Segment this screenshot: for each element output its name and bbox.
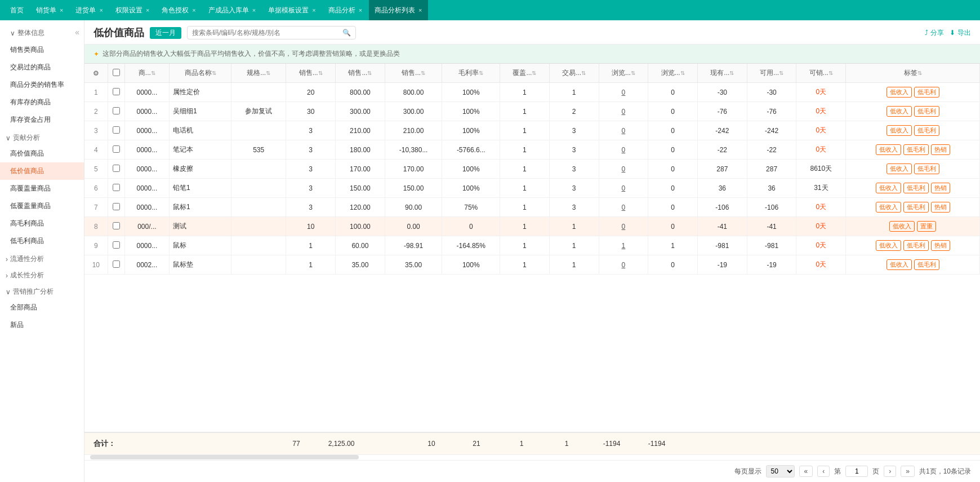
cell-checkbox[interactable] bbox=[108, 160, 124, 179]
nav-sales-order[interactable]: 销货单 × bbox=[30, 0, 69, 20]
row-checkbox[interactable] bbox=[113, 260, 120, 268]
browse-link[interactable]: 0 bbox=[622, 165, 626, 173]
nav-product-analysis-list[interactable]: 商品分析列表 × bbox=[369, 0, 427, 20]
close-icon[interactable]: × bbox=[252, 7, 256, 14]
row-checkbox[interactable] bbox=[113, 222, 120, 229]
th-available-stock[interactable]: 可用...⇅ bbox=[747, 64, 796, 83]
row-checkbox[interactable] bbox=[113, 203, 120, 210]
sidebar-group-marketing[interactable]: ∨ 营销推广分析 bbox=[0, 282, 84, 299]
browse-link[interactable]: 0 bbox=[622, 127, 626, 135]
sidebar-item-inventory-fund[interactable]: 库存资金占用 bbox=[0, 111, 84, 129]
row-checkbox[interactable] bbox=[113, 184, 120, 191]
th-spec[interactable]: 规格...⇅ bbox=[231, 64, 286, 83]
th-checkbox[interactable] bbox=[108, 64, 124, 83]
browse-link[interactable]: 0 bbox=[622, 108, 626, 116]
browse-link[interactable]: 0 bbox=[622, 223, 626, 231]
th-code[interactable]: 商...⇅ bbox=[124, 64, 169, 83]
export-button[interactable]: ⬇ 导出 bbox=[950, 28, 971, 38]
th-browse1[interactable]: 浏览...⇅ bbox=[599, 64, 648, 83]
browse-link[interactable]: 0 bbox=[622, 261, 626, 269]
tag-badge: 低毛利 bbox=[914, 125, 939, 136]
th-sale-amount[interactable]: 销售...⇅ bbox=[385, 64, 442, 83]
th-sale-qty[interactable]: 销售...⇅ bbox=[286, 64, 336, 83]
nav-purchase-order[interactable]: 进货单 × bbox=[70, 0, 108, 20]
cell-checkbox[interactable] bbox=[108, 198, 124, 217]
row-checkbox[interactable] bbox=[113, 107, 120, 114]
browse-link[interactable]: 0 bbox=[622, 146, 626, 154]
cell-checkbox[interactable] bbox=[108, 179, 124, 198]
row-checkbox[interactable] bbox=[113, 165, 120, 172]
cell-trade: 3 bbox=[549, 160, 599, 179]
first-page-btn[interactable]: « bbox=[799, 466, 813, 477]
close-icon[interactable]: × bbox=[146, 7, 149, 14]
last-page-btn[interactable]: » bbox=[901, 466, 915, 477]
cell-checkbox[interactable] bbox=[108, 102, 124, 121]
row-checkbox[interactable] bbox=[113, 241, 120, 249]
close-icon[interactable]: × bbox=[99, 7, 103, 14]
sidebar-item-low-coverage[interactable]: 低覆盖量商品 bbox=[0, 197, 84, 215]
close-icon[interactable]: × bbox=[192, 7, 195, 14]
th-profit-rate[interactable]: 毛利率⇅ bbox=[442, 64, 500, 83]
page-input[interactable] bbox=[845, 466, 868, 477]
browse-link[interactable]: 0 bbox=[622, 204, 626, 211]
sidebar-item-all-goods[interactable]: 全部商品 bbox=[0, 299, 84, 316]
cell-sale-amount: 170.00 bbox=[385, 160, 442, 179]
search-input[interactable] bbox=[192, 29, 342, 37]
share-button[interactable]: ⤴ 分享 bbox=[925, 28, 944, 38]
close-icon[interactable]: × bbox=[418, 7, 422, 14]
browse-link[interactable]: 1 bbox=[622, 242, 626, 250]
th-browse2[interactable]: 浏览...⇅ bbox=[648, 64, 698, 83]
next-page-btn[interactable]: › bbox=[884, 466, 896, 477]
sidebar-group-liquidity[interactable]: › 流通性分析 bbox=[0, 250, 84, 266]
cell-checkbox[interactable] bbox=[108, 140, 124, 160]
sidebar-item-low-value[interactable]: 低价值商品 bbox=[0, 162, 84, 180]
select-all-checkbox[interactable] bbox=[113, 69, 120, 76]
sidebar-item-high-profit[interactable]: 高毛利商品 bbox=[0, 215, 84, 232]
sidebar-group-overall[interactable]: ∨ 整体信息 bbox=[5, 24, 50, 40]
close-icon[interactable]: × bbox=[359, 7, 362, 14]
sidebar-item-new-goods[interactable]: 新品 bbox=[0, 316, 84, 334]
cell-browse1: 0 bbox=[599, 140, 648, 160]
th-tags[interactable]: 标签⇅ bbox=[846, 64, 980, 83]
cell-coverage: 1 bbox=[500, 236, 550, 255]
th-trade[interactable]: 交易...⇅ bbox=[549, 64, 599, 83]
th-current-stock[interactable]: 现有...⇅ bbox=[698, 64, 747, 83]
filter-tag-month[interactable]: 近一月 bbox=[150, 27, 181, 39]
sidebar-item-high-value[interactable]: 高价值商品 bbox=[0, 145, 84, 162]
sidebar-group-growth[interactable]: › 成长性分析 bbox=[0, 266, 84, 282]
nav-permissions[interactable]: 权限设置 × bbox=[110, 0, 155, 20]
cell-checkbox[interactable] bbox=[108, 83, 124, 102]
row-checkbox[interactable] bbox=[113, 145, 120, 153]
nav-product-analysis[interactable]: 商品分析 × bbox=[323, 0, 368, 20]
cell-row-num: 1 bbox=[84, 83, 108, 102]
sidebar-item-high-coverage[interactable]: 高覆盖量商品 bbox=[0, 180, 84, 197]
th-settings[interactable]: ⚙ bbox=[84, 64, 108, 83]
page-size-select[interactable]: 50 100 200 bbox=[766, 465, 795, 477]
cell-checkbox[interactable] bbox=[108, 217, 124, 236]
close-icon[interactable]: × bbox=[60, 7, 63, 14]
th-name[interactable]: 商品名称⇅ bbox=[170, 64, 231, 83]
sidebar-group-contribution[interactable]: ∨ 贡献分析 bbox=[0, 129, 84, 145]
sidebar-collapse-btn[interactable]: « bbox=[73, 25, 82, 39]
cell-checkbox[interactable] bbox=[108, 121, 124, 140]
browse-link[interactable]: 0 bbox=[622, 184, 626, 192]
cell-checkbox[interactable] bbox=[108, 236, 124, 255]
th-sale-price[interactable]: 销售...⇅ bbox=[336, 64, 385, 83]
nav-home[interactable]: 首页 bbox=[5, 0, 29, 20]
nav-template-settings[interactable]: 单据模板设置 × bbox=[262, 0, 321, 20]
prev-page-btn[interactable]: ‹ bbox=[817, 466, 830, 477]
cell-checkbox[interactable] bbox=[108, 255, 124, 275]
th-coverage[interactable]: 覆盖...⇅ bbox=[500, 64, 550, 83]
row-checkbox[interactable] bbox=[113, 126, 120, 134]
sidebar-item-sales-goods[interactable]: 销售类商品 bbox=[0, 41, 84, 59]
nav-product-instock[interactable]: 产成品入库单 × bbox=[203, 0, 261, 20]
nav-role-auth[interactable]: 角色授权 × bbox=[156, 0, 201, 20]
close-icon[interactable]: × bbox=[312, 7, 315, 14]
th-saleable-days[interactable]: 可销...⇅ bbox=[796, 64, 846, 83]
sidebar-item-category-sales[interactable]: 商品分类的销售率 bbox=[0, 76, 84, 94]
sidebar-item-stocked-goods[interactable]: 有库存的商品 bbox=[0, 94, 84, 111]
row-checkbox[interactable] bbox=[113, 88, 120, 95]
sidebar-item-low-profit[interactable]: 低毛利商品 bbox=[0, 232, 84, 250]
sidebar-item-traded-goods[interactable]: 交易过的商品 bbox=[0, 59, 84, 76]
browse-link[interactable]: 0 bbox=[622, 89, 626, 96]
